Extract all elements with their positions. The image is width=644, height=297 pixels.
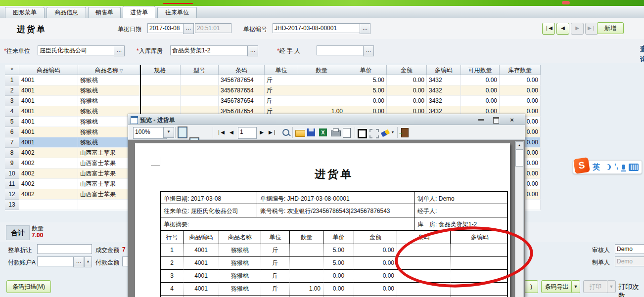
- pay-account-lookup-button[interactable]: …: [73, 256, 84, 267]
- page-number-input[interactable]: 1: [238, 127, 257, 139]
- grid-col-header[interactable]: 单位: [265, 65, 298, 75]
- save-icon[interactable]: [307, 127, 315, 138]
- tab-product-info[interactable]: 商品信息: [46, 7, 86, 18]
- barcode-export-button[interactable]: 条码导出: [541, 280, 572, 293]
- zoom-icon[interactable]: [282, 129, 289, 140]
- totals-label: 合计: [6, 225, 30, 240]
- discount-input[interactable]: [37, 244, 92, 254]
- edge-vertical-link[interactable]: 查询: [640, 43, 644, 65]
- grid-col-header[interactable]: 金额: [387, 65, 427, 75]
- zoom-dropdown-icon[interactable]: ▼: [163, 127, 174, 138]
- barcode-export-dropdown[interactable]: ▼: [571, 280, 580, 293]
- grid-col-header[interactable]: 规格: [140, 65, 181, 75]
- preview-td: 0.00: [323, 269, 354, 282]
- highlight-pen-icon[interactable]: [381, 127, 389, 138]
- grid-cell: [140, 85, 181, 96]
- preview-td: 4001: [184, 269, 219, 282]
- dialog-titlebar[interactable]: 预览 - 进货单 ×: [128, 114, 525, 125]
- restore-button[interactable]: [491, 117, 501, 123]
- preview-td: 2: [161, 256, 184, 269]
- grid-col-header[interactable]: *: [5, 65, 19, 75]
- grid-col-header[interactable]: 数量: [298, 65, 345, 75]
- open-icon[interactable]: [295, 127, 305, 138]
- handler-lookup-button[interactable]: …: [363, 45, 374, 56]
- filter-icon[interactable]: ▽: [118, 68, 123, 73]
- grid-col-header[interactable]: 单价: [345, 65, 387, 75]
- export-excel-icon[interactable]: X: [319, 127, 327, 138]
- pay-account-input[interactable]: [37, 256, 76, 266]
- auditor-label: 审核人: [592, 246, 610, 255]
- clipped-button[interactable]: ): [524, 280, 538, 293]
- microphone-icon[interactable]: [622, 165, 625, 170]
- docno-lookup-button[interactable]: …: [360, 23, 370, 34]
- docno-input[interactable]: JHD-2017-03-08-00001: [273, 23, 362, 33]
- print-dropdown[interactable]: ▼: [607, 280, 616, 293]
- handler-label: *经 手 人: [277, 47, 300, 55]
- auditor-input[interactable]: Demo: [615, 244, 644, 254]
- grid-row[interactable]: 34001猕猴桃3456787654斤0.000.0034320.000.00: [5, 96, 541, 106]
- grid-cell: [140, 75, 181, 85]
- ime-logo[interactable]: S: [573, 157, 590, 174]
- grid-cell: 4001: [19, 137, 78, 148]
- grid-col-header[interactable]: 条码: [219, 65, 265, 75]
- tab-purchase-order[interactable]: 进货单: [123, 6, 155, 18]
- grid-cell: 4002: [19, 179, 78, 189]
- grid-col-header[interactable]: 可用数量: [461, 65, 500, 75]
- preview-td: 猕猴桃: [219, 256, 261, 269]
- grid-row[interactable]: 24001猕猴桃3456787654斤5.000.0034320.000.00: [5, 85, 541, 96]
- tab-sales-order[interactable]: 销售单: [88, 7, 121, 18]
- prev-record-button[interactable]: ◀: [556, 23, 569, 35]
- first-page-button[interactable]: ❘◀: [216, 127, 226, 138]
- handler-input[interactable]: [317, 45, 365, 55]
- grid-col-header[interactable]: 库存数量: [500, 65, 541, 75]
- first-record-button[interactable]: ❘◀: [542, 23, 555, 35]
- scroll-thumb[interactable]: [515, 150, 523, 167]
- prev-page-button[interactable]: ◀: [227, 127, 236, 138]
- vendor-lookup-button[interactable]: …: [114, 45, 125, 56]
- preview-td: [451, 295, 509, 297]
- tab-partners[interactable]: 往来单位: [157, 7, 197, 18]
- exit-icon[interactable]: [401, 127, 409, 138]
- preview-td: [397, 295, 451, 297]
- print-icon[interactable]: [331, 127, 341, 138]
- minimize-button[interactable]: [476, 117, 486, 123]
- blank-page-icon[interactable]: [343, 127, 351, 138]
- ime-mode-toggle[interactable]: 英: [593, 163, 600, 172]
- tab-graphic-menu[interactable]: 图形菜单: [5, 7, 45, 18]
- grid-cell: 4002: [19, 148, 78, 158]
- new-button[interactable]: 新增: [597, 22, 624, 34]
- grid-col-header[interactable]: 商品名称 ▽: [78, 65, 140, 75]
- punctuation-icon[interactable]: ’,: [614, 162, 618, 170]
- grid-col-header[interactable]: 商品编码: [19, 65, 78, 75]
- grid-row[interactable]: 14001猕猴桃3456787654斤5.000.0034320.000.00: [5, 75, 541, 85]
- keyboard-icon[interactable]: [629, 164, 639, 171]
- barcode-scan-button[interactable]: 条码扫描(M): [6, 280, 51, 293]
- grid-col-header[interactable]: 型号: [181, 65, 219, 75]
- scroll-up-icon[interactable]: ▲: [515, 141, 523, 150]
- close-button[interactable]: ×: [507, 117, 517, 123]
- solid-rect-icon[interactable]: [358, 127, 367, 138]
- pen-dropdown-icon[interactable]: ▼: [390, 127, 395, 138]
- zoom-select[interactable]: 100%: [133, 127, 167, 139]
- whole-page-icon[interactable]: [178, 127, 187, 138]
- vendor-input[interactable]: 屈臣氏化妆品公司: [38, 45, 116, 55]
- warehouse-input[interactable]: 食品类货架1-2: [170, 45, 249, 55]
- preview-td: 0.00: [354, 256, 397, 269]
- first-icon: ❘◀: [545, 25, 552, 31]
- pay-account-label: 付款账户A: [8, 258, 36, 267]
- next-record-button[interactable]: ▶: [571, 23, 584, 35]
- date-input[interactable]: 2017-03-08: [147, 23, 185, 33]
- print-button[interactable]: 打印: [583, 280, 608, 293]
- dashed-rect-icon[interactable]: [369, 127, 379, 138]
- pay-account-up-button[interactable]: ▲: [84, 256, 92, 267]
- preview-td: 猕猴桃: [219, 269, 261, 282]
- last-record-button[interactable]: ▶❘: [585, 23, 598, 35]
- preview-td: 5: [161, 295, 184, 297]
- warehouse-lookup-button[interactable]: …: [247, 45, 258, 56]
- grid-col-header[interactable]: 多编码: [427, 65, 461, 75]
- last-page-button[interactable]: ▶❘: [268, 127, 277, 138]
- date-picker-button[interactable]: …: [183, 23, 194, 34]
- moon-icon[interactable]: [603, 164, 609, 170]
- next-page-button[interactable]: ▶: [257, 127, 267, 138]
- preview-th: 单价: [323, 231, 354, 244]
